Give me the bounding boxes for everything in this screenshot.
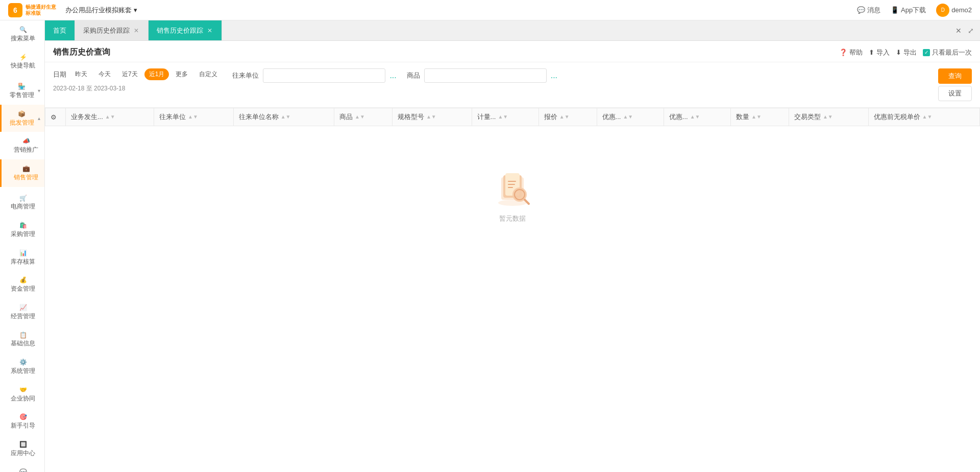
th-date: 业务发生... ▲▼ <box>66 108 154 126</box>
header-right: 💬 消息 📱 App下载 D demo2 <box>857 4 972 17</box>
basicinfo-icon: 📋 <box>19 331 27 340</box>
logo-icon: 6 <box>8 3 22 17</box>
unit-sort-icon[interactable]: ▲▼ <box>498 115 508 119</box>
product-dots[interactable]: ... <box>551 72 557 80</box>
partner-name-sort-icon[interactable]: ▲▼ <box>281 115 291 119</box>
empty-state: 暂元数据 <box>45 126 980 264</box>
quantity-sort-icon[interactable]: ▲▼ <box>751 115 762 119</box>
product-sort-icon[interactable]: ▲▼ <box>355 115 365 119</box>
tab-bar: 首页 采购历史价跟踪 ✕ 销售历史价跟踪 ✕ ✕ ⤢ <box>45 20 980 41</box>
tab-sales-close[interactable]: ✕ <box>206 27 213 34</box>
only-last-label[interactable]: ✓ 只看最后一次 <box>923 48 972 57</box>
date-btn-yesterday[interactable]: 昨天 <box>70 68 92 80</box>
product-input-group: ... <box>424 68 557 83</box>
sidebar-item-wxwork[interactable]: 💬 企业微信 <box>0 463 44 473</box>
sidebar-label-quicknav: 快捷导航 <box>11 61 35 70</box>
sidebar-item-sales[interactable]: 💼 销售管理 <box>0 159 44 187</box>
th-price: 报价 ▲▼ <box>538 108 597 126</box>
date-btn-7days[interactable]: 近7天 <box>117 68 142 80</box>
date-btn-more[interactable]: 更多 <box>171 68 192 80</box>
sidebar-label-search: 搜索菜单 <box>11 34 35 43</box>
th-product-label: 商品 <box>339 112 353 122</box>
sidebar-label-retail: 零售管理 <box>10 91 34 100</box>
settings-btn[interactable]: 设置 <box>938 86 972 101</box>
tab-maximize-btn[interactable]: ⤢ <box>966 26 976 36</box>
date-btn-today[interactable]: 今天 <box>94 68 115 80</box>
sidebar-retail-inner: 🏪 零售管理 <box>6 82 38 100</box>
sidebar-label-apps: 应用中心 <box>11 449 35 458</box>
tab-sales-label: 销售历史价跟踪 <box>157 26 203 35</box>
tab-purchase-label: 采购历史价跟踪 <box>83 26 130 35</box>
date-btn-1month[interactable]: 近1月 <box>144 68 169 80</box>
th-unit: 计量... ▲▼ <box>472 108 538 126</box>
sidebar-item-basicinfo[interactable]: 📋 基础信息 <box>0 326 44 353</box>
sidebar-item-quicknav[interactable]: ⚡ 快捷导航 <box>0 48 44 76</box>
sidebar-item-search[interactable]: 🔍 搜索菜单 <box>0 20 44 48</box>
export-btn[interactable]: ⬇ 导出 <box>896 48 917 57</box>
sidebar-item-retail[interactable]: 🏪 零售管理 ▾ <box>0 77 44 105</box>
date-btn-custom[interactable]: 自定义 <box>194 68 222 80</box>
tab-purchase-close[interactable]: ✕ <box>133 27 140 34</box>
sales-icon: 💼 <box>22 164 30 173</box>
operations-icon: 📈 <box>19 303 27 312</box>
tab-sales-history[interactable]: 销售历史价跟踪 ✕ <box>149 20 222 40</box>
sidebar-item-purchase[interactable]: 🛍️ 采购管理 <box>0 216 44 244</box>
sidebar-label-marketing: 营销推广 <box>14 146 38 154</box>
only-last-text: 只看最后一次 <box>932 48 972 57</box>
query-btn[interactable]: 查询 <box>938 68 972 84</box>
sidebar-item-marketing[interactable]: 📣 营销推广 <box>0 132 44 159</box>
help-btn[interactable]: ❓ 帮助 <box>839 48 863 57</box>
date-sort-icon[interactable]: ▲▼ <box>105 115 115 119</box>
only-last-checkbox[interactable]: ✓ <box>923 49 930 56</box>
th-price-label: 报价 <box>544 112 557 122</box>
sidebar-item-wholesale[interactable]: 📦 批发管理 ▴ <box>0 105 44 132</box>
sidebar-label-purchase: 采购管理 <box>11 230 35 239</box>
import-btn[interactable]: ⬆ 导入 <box>869 48 890 57</box>
partner-dots[interactable]: ... <box>389 72 396 80</box>
tab-close-btn[interactable]: ✕ <box>953 26 964 36</box>
message-label: 消息 <box>867 6 880 15</box>
th-settings[interactable]: ⚙ <box>45 108 66 126</box>
trade-type-sort-icon[interactable]: ▲▼ <box>823 115 833 119</box>
product-input[interactable] <box>424 68 547 83</box>
sidebar-item-ecommerce[interactable]: 🛒 电商管理 <box>0 189 44 217</box>
th-discount2: 优惠... ▲▼ <box>664 108 730 126</box>
discount1-sort-icon[interactable]: ▲▼ <box>623 115 633 119</box>
user-action[interactable]: D demo2 <box>936 4 972 17</box>
pretax-price-sort-icon[interactable]: ▲▼ <box>922 115 933 119</box>
sidebar-item-finance[interactable]: 💰 资金管理 <box>0 271 44 298</box>
th-trade-type-label: 交易类型 <box>794 112 821 122</box>
content-area: 首页 采购历史价跟踪 ✕ 销售历史价跟踪 ✕ ✕ ⤢ 销售历史价查询 <box>45 20 980 472</box>
dropdown-icon: ▾ <box>134 6 137 14</box>
sidebar-item-operations[interactable]: 📈 经营管理 <box>0 298 44 326</box>
sidebar-item-system[interactable]: ⚙️ 系统管理 <box>0 353 44 381</box>
product-label: 商品 <box>407 71 420 80</box>
app-selector[interactable]: 办公用品行业模拟账套 ▾ <box>61 4 141 17</box>
sidebar-item-collab[interactable]: 🤝 企业协同 <box>0 381 44 408</box>
page-header: 销售历史价查询 ❓ 帮助 ⬆ 导入 ⬇ 导出 ✓ <box>45 41 980 62</box>
sidebar-item-apps[interactable]: 🔲 应用中心 <box>0 435 44 463</box>
partner-sort-icon[interactable]: ▲▼ <box>188 115 198 119</box>
import-icon: ⬆ <box>869 49 874 56</box>
table-header: ⚙ 业务发生... ▲▼ 往来单位 <box>45 108 980 126</box>
partner-label: 往来单位 <box>232 71 259 80</box>
th-unit-label: 计量... <box>477 112 496 122</box>
message-action[interactable]: 💬 消息 <box>857 6 880 15</box>
spec-sort-icon[interactable]: ▲▼ <box>426 115 436 119</box>
page-header-actions: ❓ 帮助 ⬆ 导入 ⬇ 导出 ✓ 只看最后一次 <box>839 48 972 57</box>
date-filter: 日期 昨天 今天 近7天 近1月 更多 自定义 <box>53 68 222 80</box>
app-name: 办公用品行业模拟账套 <box>65 6 132 15</box>
sidebar-item-guide[interactable]: 🎯 新手引导 <box>0 408 44 435</box>
price-sort-icon[interactable]: ▲▼ <box>559 115 570 119</box>
sidebar-item-inventory[interactable]: 📊 库存核算 <box>0 244 44 271</box>
date-label: 日期 <box>53 70 66 79</box>
header-left: 6 畅捷通好生意标准版 办公用品行业模拟账套 ▾ <box>8 3 141 17</box>
discount2-sort-icon[interactable]: ▲▼ <box>690 115 700 119</box>
sidebar-label-collab: 企业协同 <box>11 394 35 403</box>
download-icon: 📱 <box>891 6 899 14</box>
partner-input[interactable] <box>263 68 385 83</box>
tab-home[interactable]: 首页 <box>45 20 75 40</box>
partner-filter: 往来单位 ... <box>232 68 396 83</box>
tab-purchase-history[interactable]: 采购历史价跟踪 ✕ <box>75 20 149 40</box>
app-download-action[interactable]: 📱 App下载 <box>891 6 926 15</box>
